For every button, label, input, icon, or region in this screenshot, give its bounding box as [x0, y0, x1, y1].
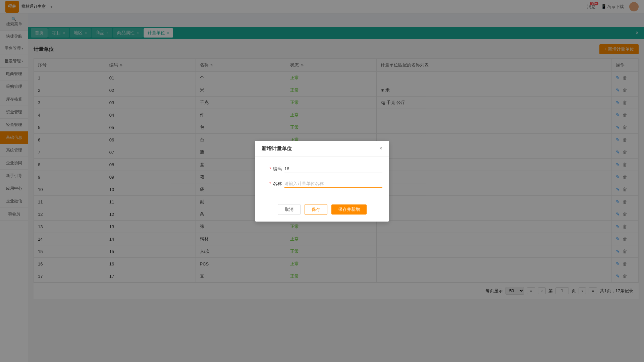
- code-label: * 编码: [262, 166, 282, 172]
- save-button[interactable]: 保存: [305, 204, 327, 215]
- required-mark-2: *: [269, 181, 271, 186]
- add-measure-modal: 新增计量单位 × * 编码 * 名称 取消 保存 保存并新增: [255, 141, 389, 222]
- modal-header: 新增计量单位 ×: [255, 141, 389, 157]
- modal-title: 新增计量单位: [262, 145, 292, 152]
- name-input[interactable]: [284, 180, 382, 188]
- name-label: * 名称: [262, 181, 282, 187]
- save-and-new-button[interactable]: 保存并新增: [331, 204, 367, 215]
- modal-overlay[interactable]: 新增计量单位 × * 编码 * 名称 取消 保存 保存并新增: [0, 0, 644, 362]
- form-item-name: * 名称: [262, 180, 382, 188]
- code-input[interactable]: [284, 165, 382, 173]
- required-mark: *: [269, 166, 271, 171]
- form-item-code: * 编码: [262, 165, 382, 173]
- cancel-button[interactable]: 取消: [278, 204, 301, 215]
- modal-body: * 编码 * 名称: [255, 157, 389, 200]
- modal-footer: 取消 保存 保存并新增: [255, 200, 389, 222]
- modal-close-icon[interactable]: ×: [379, 145, 382, 152]
